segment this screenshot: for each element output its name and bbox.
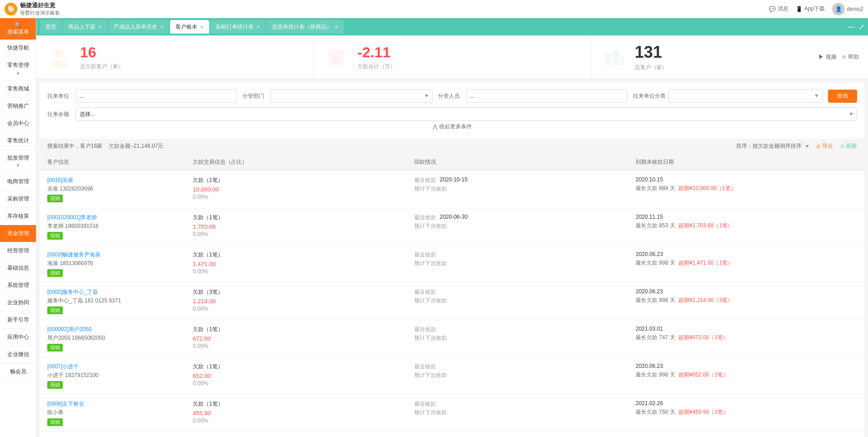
customer-name-3[interactable]: [0002]服务中心_丁磊 — [47, 288, 193, 296]
sidebar-item-marketing[interactable]: 营销推广 — [0, 98, 36, 115]
tab-close-products[interactable]: ✕ — [98, 25, 102, 30]
customer-tag-6: 现销 — [47, 418, 63, 426]
customer-name-6[interactable]: [0006]去下粮仓 — [47, 400, 193, 408]
tab-bar: 首页 商品上下架 ✕ 产成品入库单历史 ✕ 客户账本 ✕ 采购订单统计表 ✕ 进… — [36, 18, 868, 35]
sidebar-item-system[interactable]: 系统管理 — [0, 277, 36, 294]
tab-purchase-order[interactable]: 采购订单统计表 ✕ — [210, 20, 266, 34]
sidebar-item-finance[interactable]: 资金管理 — [0, 225, 36, 242]
table-header: 客户信息 欠款交易信息（占比） 回款情况 到期未收款日期 — [40, 154, 864, 171]
tab-production[interactable]: 产成品入库单历史 ✕ — [108, 20, 169, 34]
debt-amount-5: 652.00 — [193, 372, 414, 379]
search-menu-btn[interactable]: 🔍 搜索菜单 — [0, 18, 36, 40]
tab-customer-account[interactable]: 客户账本 ✕ — [170, 20, 209, 34]
sidebar-item-guide[interactable]: 新手引导 — [0, 311, 36, 329]
help-btn[interactable]: ⊙ 帮助 — [842, 53, 859, 61]
from-unit-input[interactable]: ... — [75, 89, 237, 103]
recovery-info-2: 最近收款 预计下次收款 — [414, 251, 636, 268]
header-debt: 欠款交易信息（占比） — [193, 158, 414, 166]
customer-name-2[interactable]: [0003]畅捷服务尹海蒸 — [47, 251, 193, 259]
recovery-info-4: 最近收款 预计下次收款 — [414, 326, 636, 343]
debt-info-5: 欠款（1笔） 652.00 0.00% — [193, 363, 414, 387]
export-icon: ⊙ — [816, 143, 821, 150]
overdue-0: 最长欠款 884 天 超期¥10,000.00（1笔） — [636, 185, 857, 192]
customer-info-6: [0006]去下粮仓 陈小希 现销 — [47, 400, 193, 426]
overdue-amount-0[interactable]: 超期¥10,000.00（1笔） — [678, 185, 736, 191]
sidebar-item-retail-mgmt[interactable]: 零售管理 ▲ — [0, 57, 36, 80]
view-video-btn[interactable]: ▶ 视频 — [818, 53, 836, 61]
customer-name-0[interactable]: [0016]吴俊 — [47, 176, 193, 184]
collapse-btn[interactable]: ⋀ 收起更多条件 — [47, 121, 857, 132]
unit-category-select[interactable] — [668, 89, 823, 103]
dept-select[interactable] — [271, 89, 432, 103]
unit-category-label: 往来单位分类 — [633, 92, 666, 100]
person-label: 分管人员 — [438, 92, 463, 100]
app-download-btn[interactable]: 📱 App下载 — [796, 5, 825, 13]
filter-unit-category: 往来单位分类 — [633, 89, 823, 103]
stat-debt-amount-info: -2.11 欠款合计（万） — [357, 44, 582, 70]
overdue-amount-2[interactable]: 超期¥1,471.00（1笔） — [678, 260, 733, 266]
tab-home[interactable]: 首页 — [40, 20, 62, 34]
overdue-days-3: 最长欠款 998 天 — [636, 297, 675, 303]
overdue-1: 最长欠款 853 天 超期¥1,703.68（1笔） — [636, 222, 857, 230]
recovery-info-3: 最近收款 预计下次收款 — [414, 288, 636, 306]
tab-close-purchase[interactable]: ✕ — [256, 25, 260, 30]
debt-customers-icon — [45, 44, 73, 71]
sidebar-item-member[interactable]: 会员中心 — [0, 115, 36, 132]
customer-info-4: [000002]用户2050 用户2050 18665062050 现销 — [47, 326, 193, 352]
debt-count-6: 欠款（1笔） — [193, 400, 414, 408]
total-customers-label: 总客户（家） — [635, 64, 811, 71]
debt-customers-label: 总欠款客户（家） — [80, 63, 304, 70]
sidebar-item-retail-stats[interactable]: 零售统计 — [0, 132, 36, 150]
due-date-4: 2021.03.01 — [636, 326, 857, 332]
overdue-amount-1[interactable]: 超期¥1,703.68（1笔） — [678, 222, 733, 229]
tab-close-customer[interactable]: ✕ — [200, 25, 204, 30]
customer-name-1[interactable]: [0001020001]李老师 — [47, 214, 193, 221]
tab-minimize-btn[interactable]: — — [848, 23, 855, 31]
message-btn[interactable]: 💬 消息 — [769, 5, 788, 13]
sidebar-item-ecommerce[interactable]: 电商管理 — [0, 173, 36, 191]
tab-products[interactable]: 商品上下架 ✕ — [63, 20, 107, 34]
sidebar-item-app-center[interactable]: 应用中心 — [0, 329, 36, 346]
due-date-0: 2020.10.15 — [636, 176, 857, 183]
sidebar-item-member2[interactable]: 畅会员 — [0, 363, 36, 381]
sidebar-item-basic-info[interactable]: 基础信息 — [0, 260, 36, 277]
recovery-info-1: 最近收款 2020-06-30 预计下次收款 — [414, 214, 636, 231]
overdue-amount-6[interactable]: 超期¥455.90（1笔） — [678, 409, 728, 415]
sidebar-item-wholesale[interactable]: 批发管理 ▼ — [0, 150, 36, 173]
person-input[interactable]: ... — [466, 89, 627, 103]
header-due: 到期未收款日期 — [636, 158, 857, 166]
customer-name-4[interactable]: [000002]用户2050 — [47, 326, 193, 333]
result-info: 搜索结果中，客户16家 欠款金额 -21,148.07元 — [47, 142, 163, 150]
balance-select[interactable]: 选择... — [75, 107, 857, 121]
overdue-days-1: 最长欠款 853 天 — [636, 222, 675, 229]
filter-dept: 分管部门 — [242, 89, 432, 103]
sidebar-item-wechat[interactable]: 企业微信 — [0, 346, 36, 363]
expand-icon: ▲ — [16, 70, 20, 75]
due-date-6: 2021.02.26 — [636, 400, 857, 407]
user-menu[interactable]: 👤 demo2 — [832, 3, 863, 15]
overdue-days-6: 最长欠款 750 天 — [636, 409, 675, 415]
customer-name-5[interactable]: [0007]小进千 — [47, 363, 193, 371]
overdue-amount-3[interactable]: 超期¥1,214.00（3笔） — [678, 297, 733, 303]
recovery-row-3a: 最近收款 — [414, 288, 636, 296]
sort-dropdown[interactable]: 排序：按欠款金额倒序排序 — [736, 142, 809, 150]
customer-phone-4: 用户2050 18665062050 — [47, 334, 193, 342]
overdue-amount-5[interactable]: 超期¥652.00（1笔） — [678, 372, 728, 378]
debt-count-1: 欠款（1笔） — [193, 214, 414, 221]
sidebar-item-inventory[interactable]: 库存核算 — [0, 208, 36, 225]
svg-rect-4 — [606, 53, 612, 65]
debt-info-4: 欠款（1笔） 672.00 0.00% — [193, 326, 414, 349]
sidebar-item-retail-mall[interactable]: 零售商城 — [0, 80, 36, 98]
tab-close-stat[interactable]: ✕ — [335, 25, 338, 30]
sidebar-item-enterprise[interactable]: 企业协同 — [0, 294, 36, 311]
sidebar-item-quick-nav[interactable]: 快捷导航 — [0, 40, 36, 57]
tab-close-production[interactable]: ✕ — [160, 25, 164, 30]
search-button[interactable]: 查询 — [828, 90, 857, 103]
tab-maximize-btn[interactable]: ⤢ — [858, 23, 864, 31]
overdue-amount-4[interactable]: 超期¥672.00（1笔） — [678, 334, 728, 341]
export-btn[interactable]: ⊙ 导出 — [816, 142, 833, 150]
tab-purchase-stat[interactable]: 进货单统计表（按商品） ✕ — [266, 20, 344, 34]
sidebar-item-operations[interactable]: 经营管理 — [0, 242, 36, 260]
refresh-btn[interactable]: ⊙ 刷新 — [840, 142, 857, 150]
sidebar-item-purchase[interactable]: 采购管理 — [0, 191, 36, 208]
